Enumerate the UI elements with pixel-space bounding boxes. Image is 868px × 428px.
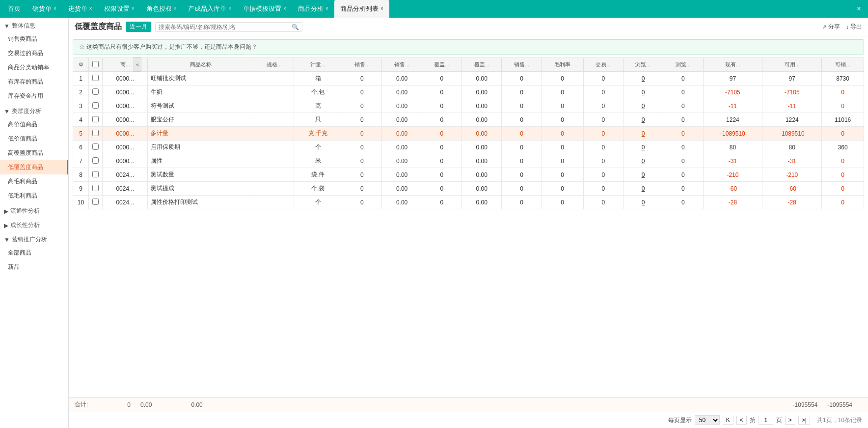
col-header-cover2: 覆盖...: [462, 58, 502, 72]
col-header-spec: 规格...: [254, 58, 294, 72]
sidebar-section-liquidity[interactable]: ▶ 流通性分析: [0, 203, 68, 217]
page-number-input[interactable]: [759, 416, 773, 425]
total-available: -1095554: [827, 401, 852, 408]
sidebar-item-stocked-goods[interactable]: 有库存的商品: [0, 75, 68, 89]
row-checkbox[interactable]: [92, 185, 99, 191]
col-header-name: 商品名称: [148, 58, 254, 72]
content-area: 低覆盖度商品 近一月 🔍 ↗ 分享 ↓ 导出 ☆ 这类商品只有很少客户购买过，是…: [69, 18, 868, 428]
row-checkbox[interactable]: [92, 199, 99, 205]
row-checkbox[interactable]: [92, 75, 99, 81]
table-row: 4: [73, 113, 89, 127]
select-all-checkbox[interactable]: [92, 61, 99, 67]
nav-product-analysis[interactable]: 商品分析 ×: [292, 0, 334, 18]
table-row: 2: [73, 86, 89, 99]
sidebar-item-capital-occupation[interactable]: 库存资金占用: [0, 89, 68, 103]
sidebar-item-traded-goods[interactable]: 交易过的商品: [0, 46, 68, 60]
sidebar-item-low-margin[interactable]: 低毛利商品: [0, 189, 68, 203]
nav-product-storage[interactable]: 产成品入库单 ×: [182, 0, 237, 18]
row-checkbox[interactable]: [92, 130, 99, 136]
sidebar-item-sales-goods[interactable]: 销售类商品: [0, 32, 68, 46]
prev-page-button[interactable]: <: [736, 416, 747, 425]
page-size-label: 每页显示: [668, 416, 692, 425]
nav-template-settings[interactable]: 单据模板设置 ×: [237, 0, 292, 18]
last-page-button[interactable]: >|: [798, 416, 810, 425]
table-row: 3: [73, 99, 89, 113]
share-button[interactable]: ↗ 分享: [822, 23, 840, 31]
sidebar-collapse-button[interactable]: «: [134, 57, 141, 72]
sidebar-item-high-margin[interactable]: 高毛利商品: [0, 174, 68, 189]
search-box: 🔍: [155, 22, 302, 32]
nav-product-analysis-list[interactable]: 商品分析列表 ×: [334, 0, 389, 18]
data-table-container: ⚙ 商... 商品名称 规格... 计量... 销售... 销售... 覆盖..…: [73, 57, 864, 397]
col-header-sales-qty: 销售...: [342, 58, 382, 72]
nav-home[interactable]: 首页: [2, 0, 27, 18]
sidebar-item-low-value[interactable]: 低价值商品: [0, 132, 68, 146]
sidebar-item-high-value[interactable]: 高价值商品: [0, 117, 68, 132]
col-header-browse2: 浏览...: [663, 58, 703, 72]
row-checkbox[interactable]: [92, 88, 99, 95]
header-actions: ↗ 分享 ↓ 导出: [822, 23, 862, 31]
nav-purchase-order[interactable]: 进货单 ×: [62, 0, 98, 18]
sidebar-section-growth[interactable]: ▶ 成长性分析: [0, 217, 68, 231]
col-header-checkbox[interactable]: [89, 58, 103, 72]
data-table: ⚙ 商... 商品名称 规格... 计量... 销售... 销售... 覆盖..…: [73, 57, 864, 209]
total-label: 合计:: [75, 400, 88, 409]
top-nav: 首页 销货单 × 进货单 × 权限设置 × 角色授权 × 产成品入库单 × 单据…: [0, 0, 868, 18]
table-row: 7: [73, 154, 89, 168]
search-input[interactable]: [159, 24, 292, 30]
col-header-salable: 可销...: [822, 58, 864, 72]
sidebar-item-category-turnover[interactable]: 商品分类动销率: [0, 60, 68, 75]
page-title: 低覆盖度商品: [75, 22, 122, 32]
first-page-button[interactable]: K: [723, 416, 733, 425]
col-header-sales-amt: 销售...: [382, 58, 422, 72]
col-header-trade: 交易...: [583, 58, 623, 72]
table-row: 9: [73, 182, 89, 196]
total-info: 共1页，10条记录: [817, 416, 862, 425]
window-close-button[interactable]: ×: [854, 3, 864, 14]
table-footer: 合计: 0 0.00 0.00 -1095554 -1095554: [69, 397, 868, 412]
export-icon: ↓: [846, 24, 849, 30]
sidebar: ▼ 整体信息 销售类商品 交易过的商品 商品分类动销率 有库存的商品 库存资金占…: [0, 18, 69, 428]
total-cover2: 0.00: [191, 401, 202, 408]
nav-sales-order[interactable]: 销货单 ×: [27, 0, 62, 18]
info-banner: ☆ 这类商品只有很少客户购买过，是推广不够，还是商品本身问题？: [73, 39, 864, 55]
pagination: 每页显示 50 100 200 K < 第 页 > >| 共1页，10条记录: [69, 412, 868, 428]
search-icon[interactable]: 🔍: [292, 24, 299, 30]
row-checkbox[interactable]: [92, 102, 99, 109]
col-header-current: 现有...: [703, 58, 762, 72]
sidebar-section-cluster[interactable]: ▼ 类群度分析: [0, 103, 68, 117]
content-header: 低覆盖度商品 近一月 🔍 ↗ 分享 ↓ 导出: [69, 18, 868, 36]
row-checkbox[interactable]: [92, 116, 99, 122]
table-row: 1: [73, 72, 89, 86]
row-checkbox[interactable]: [92, 143, 99, 150]
sidebar-item-low-coverage[interactable]: 低覆盖度商品: [0, 160, 68, 174]
row-checkbox[interactable]: [92, 171, 99, 177]
col-header-cover1: 覆盖...: [422, 58, 461, 72]
sidebar-section-marketing[interactable]: ▼ 营销推广分析: [0, 231, 68, 246]
sidebar-item-all-goods[interactable]: 全部商品: [0, 246, 68, 260]
info-banner-text: ☆ 这类商品只有很少客户购买过，是推广不够，还是商品本身问题？: [79, 43, 257, 51]
page-label: 第: [750, 416, 756, 425]
nav-permissions[interactable]: 权限设置 ×: [98, 0, 140, 18]
page-size-select[interactable]: 50 100 200: [695, 415, 720, 425]
page-label-end: 页: [776, 416, 782, 425]
total-sales-qty: 0: [127, 401, 131, 408]
col-header-browse1: 浏览...: [623, 58, 663, 72]
export-button[interactable]: ↓ 导出: [846, 23, 862, 31]
row-checkbox[interactable]: [92, 157, 99, 164]
sidebar-item-new-goods[interactable]: 新品: [0, 260, 68, 274]
nav-role-auth[interactable]: 角色授权 ×: [140, 0, 183, 18]
table-row: 5: [73, 127, 89, 141]
col-header-settings[interactable]: ⚙: [73, 58, 89, 72]
share-icon: ↗: [822, 24, 827, 30]
col-header-gross-margin: 毛利率: [542, 58, 583, 72]
col-header-unit: 计量...: [294, 58, 342, 72]
main-layout: ▼ 整体信息 销售类商品 交易过的商品 商品分类动销率 有库存的商品 库存资金占…: [0, 18, 868, 428]
next-page-button[interactable]: >: [785, 416, 795, 425]
total-sales-amt: 0.00: [140, 401, 152, 408]
total-current: -1095554: [793, 401, 818, 408]
table-row: 8: [73, 168, 89, 182]
sidebar-item-high-coverage[interactable]: 高覆盖度商品: [0, 146, 68, 160]
sidebar-section-overall[interactable]: ▼ 整体信息: [0, 18, 68, 32]
time-filter-button[interactable]: 近一月: [126, 22, 151, 32]
